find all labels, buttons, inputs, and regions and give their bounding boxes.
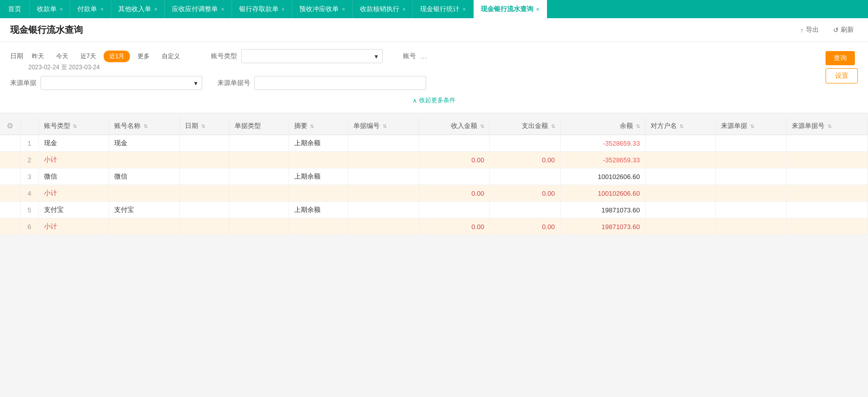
table-row[interactable]: 5支付宝支付宝上期余额19871073.60 <box>0 202 868 218</box>
table-cell <box>180 135 230 152</box>
gear-icon[interactable]: ⚙ <box>7 121 13 130</box>
table-cell: 0.00 <box>419 185 490 202</box>
close-icon[interactable]: × <box>282 6 285 12</box>
close-icon[interactable]: × <box>402 6 405 12</box>
table-cell <box>180 185 230 202</box>
table-cell <box>348 185 419 202</box>
col-gear-cell <box>0 152 20 168</box>
export-button[interactable]: ↑ 导出 <box>797 23 824 36</box>
nav-tab-yushou[interactable]: 预收冲应收单 × <box>292 0 352 18</box>
table-header-row: ⚙ 账号类型 ⇅ 账号名称 ⇅ 日期 ⇅ 单据类型 <box>0 117 868 135</box>
col-expense[interactable]: 支出金额 ⇅ <box>489 117 560 135</box>
col-account-name[interactable]: 账号名称 ⇅ <box>109 117 180 135</box>
table-cell <box>348 202 419 218</box>
date-btn-today[interactable]: 今天 <box>52 51 73 62</box>
more-dots[interactable]: ... <box>420 52 427 61</box>
table-row[interactable]: 2小计0.000.00-3528659.33 <box>0 152 868 168</box>
table-cell <box>645 202 716 218</box>
table-cell: 支付宝 <box>38 202 109 218</box>
table-cell <box>229 168 289 185</box>
table-cell <box>229 218 289 235</box>
close-icon[interactable]: × <box>221 6 224 12</box>
table-cell <box>348 152 419 168</box>
query-button[interactable]: 查询 <box>826 51 855 65</box>
table-row[interactable]: 3微信微信上期余额100102606.60 <box>0 168 868 185</box>
col-gear-cell <box>0 185 20 202</box>
date-label: 日期 <box>10 52 23 61</box>
refresh-button[interactable]: ↺ 刷新 <box>829 23 858 36</box>
collapse-icon: ∧ <box>413 97 417 104</box>
nav-home[interactable]: 首页 <box>0 0 30 18</box>
col-gear[interactable]: ⚙ <box>0 117 20 135</box>
close-icon[interactable]: × <box>100 6 103 12</box>
col-account-type[interactable]: 账号类型 ⇅ <box>38 117 109 135</box>
col-doc-type[interactable]: 单据类型 <box>229 117 289 135</box>
col-counterpart[interactable]: 对方户名 ⇅ <box>645 117 716 135</box>
col-doc-no[interactable]: 单据编号 ⇅ <box>348 117 419 135</box>
col-gear-cell <box>0 202 20 218</box>
table-cell <box>289 152 348 168</box>
date-range-display: 2023-02-24 至 2023-03-24 <box>28 64 100 71</box>
nav-tab-yinhangcunqu[interactable]: 银行存取款单 × <box>232 0 292 18</box>
date-btn-more[interactable]: 更多 <box>133 51 154 62</box>
col-source-doc[interactable]: 来源单据 ⇅ <box>716 117 787 135</box>
source-doc-select[interactable]: ▾ <box>40 76 202 90</box>
table-row[interactable]: 4小计0.000.00100102606.60 <box>0 185 868 202</box>
close-icon[interactable]: × <box>154 6 157 12</box>
close-icon[interactable]: × <box>342 6 345 12</box>
close-icon[interactable]: × <box>60 6 63 12</box>
table-cell <box>787 202 868 218</box>
table-cell <box>348 168 419 185</box>
nav-tab-xianjinyinhang[interactable]: 现金银行统计 × <box>413 0 473 18</box>
nav-tab-yingshouyingfu[interactable]: 应收应付调整单 × <box>165 0 232 18</box>
table-cell <box>787 218 868 235</box>
table-cell: 上期余额 <box>289 135 348 152</box>
table-cell <box>716 135 787 152</box>
table-cell <box>489 135 560 152</box>
table-cell: 小计 <box>38 218 109 235</box>
nav-tab-fukuandan[interactable]: 付款单 × <box>70 0 111 18</box>
nav-tab-shoukuandan[interactable]: 收款单 × <box>30 0 70 18</box>
table-cell: 小计 <box>38 152 109 168</box>
page-header: 现金银行流水查询 ↑ 导出 ↺ 刷新 <box>0 18 868 42</box>
table-cell <box>787 135 868 152</box>
table-cell <box>716 168 787 185</box>
table-cell: 支付宝 <box>109 202 180 218</box>
sort-icon: ⇅ <box>750 123 754 129</box>
col-date[interactable]: 日期 ⇅ <box>180 117 230 135</box>
table-cell: 现金 <box>38 135 109 152</box>
nav-tab-qitashouruda[interactable]: 其他收入单 × <box>111 0 165 18</box>
table-row[interactable]: 6小计0.000.0019871073.60 <box>0 218 868 235</box>
col-balance[interactable]: 余额 ⇅ <box>560 117 645 135</box>
filter-area: 日期 昨天 今天 近7天 近1月 更多 自定义 账号类型 ▾ 账号 ... <box>0 42 868 113</box>
table-row[interactable]: 1现金现金上期余额-3528659.33 <box>0 135 868 152</box>
col-summary[interactable]: 摘要 ⇅ <box>289 117 348 135</box>
date-btn-custom[interactable]: 自定义 <box>157 51 185 62</box>
table-wrapper: ⚙ 账号类型 ⇅ 账号名称 ⇅ 日期 ⇅ 单据类型 <box>0 117 868 235</box>
date-btn-1month[interactable]: 近1月 <box>104 51 130 62</box>
date-btn-yesterday[interactable]: 昨天 <box>27 51 49 62</box>
close-icon[interactable]: × <box>536 6 539 12</box>
table-cell: 上期余额 <box>289 202 348 218</box>
sort-icon: ⇅ <box>144 123 148 129</box>
account-type-select[interactable]: ▾ <box>241 49 383 63</box>
col-gear-cell <box>0 168 20 185</box>
close-icon[interactable]: × <box>463 6 466 12</box>
chevron-down-icon: ▾ <box>375 53 378 60</box>
nav-tab-liushui[interactable]: 现金银行流水查询 × <box>474 0 547 18</box>
table-cell: 0.00 <box>419 218 490 235</box>
settings-button[interactable]: 设置 <box>826 68 858 83</box>
table-cell <box>716 152 787 168</box>
row-index: 5 <box>20 202 38 218</box>
source-doc-no-input[interactable] <box>254 76 426 90</box>
sort-icon: ⇅ <box>383 123 387 129</box>
table-cell: 上期余额 <box>289 168 348 185</box>
col-source-doc-no[interactable]: 来源单据号 ⇅ <box>787 117 868 135</box>
date-btn-7days[interactable]: 近7天 <box>76 51 101 62</box>
collapse-bar[interactable]: ∧ 收起更多条件 <box>10 94 858 109</box>
nav-tab-shoukuanhexiao[interactable]: 收款核销执行 × <box>353 0 413 18</box>
table-cell: 现金 <box>109 135 180 152</box>
table-cell <box>645 135 716 152</box>
table-cell <box>348 135 419 152</box>
col-income[interactable]: 收入金额 ⇅ <box>419 117 490 135</box>
